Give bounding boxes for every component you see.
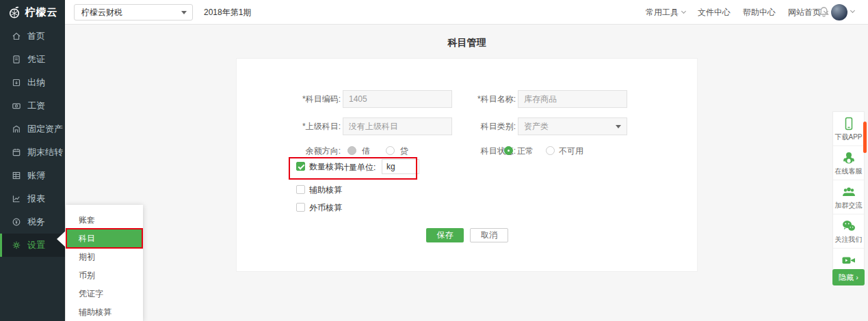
voucher-icon [12,55,21,64]
avatar-chevron-down-icon[interactable] [850,8,855,13]
menu-label: 常用工具 [646,7,679,18]
balance-direction-label: 余额方向: [264,146,341,156]
status-disabled-option[interactable]: 不可用 [559,146,583,156]
toolbar-item-label: 关注我们 [833,235,864,245]
sidebar-item-label: 税务 [27,216,45,228]
subject-code-input[interactable] [343,90,452,108]
ledger-icon [12,171,21,180]
product-select-value: 柠檬云财税 [81,8,122,17]
menu-common-tools[interactable]: 常用工具 [646,7,685,18]
unit-input[interactable] [382,159,419,174]
status-disabled-radio[interactable] [546,146,555,155]
submenu-item-account-set[interactable]: 账套 [66,211,143,229]
sidebar-item-settings[interactable]: 设置 [0,234,65,257]
user-avatar[interactable] [831,4,847,20]
main-content: 科目管理 *科目编码: *科目名称: *上级科目: 科目类别: 资产类 余额方向… [65,25,868,321]
direction-debit-radio[interactable] [347,146,356,155]
chevron-down-icon [181,11,187,14]
sidebar-item-label: 期末结转 [27,146,63,158]
subject-form-card: *科目编码: *科目名称: *上级科目: 科目类别: 资产类 余额方向: 借 贷… [236,58,698,272]
people-group-icon [841,185,856,199]
sidebar-item-fixed-assets[interactable]: 固定资产 [0,117,65,141]
fx-accounting-label: 外币核算 [309,203,342,213]
sidebar-item-label: 设置 [27,239,45,251]
sidebar-item-ledger[interactable]: 账簿 [0,164,65,187]
app-logo[interactable]: 柠檬云 [0,0,65,25]
video-camera-icon [841,253,856,267]
report-chart-icon [12,194,21,204]
accounting-period: 2018年第1期 [204,0,251,25]
cashier-icon [12,78,21,87]
salary-icon [12,101,21,111]
cancel-button[interactable]: 取消 [470,228,508,242]
status-normal-option[interactable]: 正常 [517,146,534,156]
chevron-down-icon [681,9,686,14]
sidebar-item-label: 出纳 [27,76,45,89]
toolbar-item-label: 加群交流 [833,201,864,210]
scrollbar-thumb[interactable] [863,122,867,153]
sidebar-item-home[interactable]: 首页 [0,25,65,48]
sidebar-item-salary[interactable]: 工资 [0,94,65,117]
gear-icon [12,240,21,250]
direction-debit-option[interactable]: 借 [362,146,370,156]
status-normal-radio[interactable] [504,146,513,155]
wechat-icon [841,219,856,233]
sidebar-item-label: 工资 [27,100,45,112]
sidebar-item-reports[interactable]: 报表 [0,187,65,210]
unit-label: 计量单位: [341,163,376,172]
save-button[interactable]: 保存 [426,228,464,242]
sidebar-item-voucher[interactable]: 凭证 [0,48,65,71]
settings-submenu: 账套 科目 期初 币别 凭证字 辅助核算 [66,205,143,321]
menu-file-center[interactable]: 文件中心 [698,7,731,18]
sidebar-item-period-end[interactable]: 期末结转 [0,141,65,164]
follow-us-item[interactable]: 关注我们 [833,214,864,249]
direction-credit-radio[interactable] [386,146,395,155]
submenu-item-opening-balance[interactable]: 期初 [66,248,143,266]
menu-label: 文件中心 [698,7,731,18]
sidebar-item-label: 首页 [27,30,45,42]
quantity-accounting-checkbox[interactable] [296,162,305,171]
chevron-down-icon [616,125,621,128]
sidebar-item-label: 凭证 [27,53,45,66]
aux-accounting-label: 辅助核算 [309,185,342,195]
parent-subject-label: *上级科目: [264,117,341,135]
toolbar-item-label: 在线客服 [833,167,864,176]
menu-label: 网站首页 [788,7,821,18]
top-nav-links: 常用工具 文件中心 帮助中心 网站首页 [646,0,828,25]
aux-accounting-checkbox[interactable] [296,185,305,194]
product-select[interactable]: 柠檬云财税 [74,4,193,20]
hide-toolbar-button[interactable]: 隐藏 › [832,269,865,285]
subject-category-select[interactable]: 资产类 [518,117,627,135]
submenu-item-aux-accounting[interactable]: 辅助核算 [66,303,143,321]
sidebar-item-tax[interactable]: 税务 [0,210,65,234]
parent-subject-input[interactable] [343,117,452,135]
top-bar: 柠檬云 柠檬云财税 2018年第1期 常用工具 文件中心 帮助中心 网站首页 [0,0,868,25]
calendar-icon [12,148,21,157]
submenu-item-voucher-word[interactable]: 凭证字 [66,285,143,303]
tax-icon [12,217,21,227]
submenu-item-subjects[interactable]: 科目 [66,229,143,248]
lemon-logo-icon [8,5,21,19]
sidebar-item-cashier[interactable]: 出纳 [0,71,65,94]
join-group-item[interactable]: 加群交流 [833,180,864,214]
right-float-toolbar: 下载APP 在线客服 加群交流 关注我们 实操直播 [832,111,865,283]
sidebar-item-label: 报表 [27,193,45,205]
submenu-item-currency[interactable]: 币别 [66,266,143,285]
online-service-item[interactable]: 在线客服 [833,146,864,180]
page-title: 科目管理 [236,37,698,49]
fixed-assets-icon [12,124,21,134]
fx-accounting-checkbox[interactable] [296,203,305,212]
subject-code-label: *科目编码: [264,90,341,108]
menu-help-center[interactable]: 帮助中心 [743,7,776,18]
direction-credit-option[interactable]: 贷 [400,146,408,156]
download-app-item[interactable]: 下载APP [833,112,864,146]
subject-name-input[interactable] [518,90,627,108]
subject-name-label: *科目名称: [456,90,516,108]
home-icon [12,31,21,41]
submenu-arrow [57,231,66,247]
subject-category-value: 资产类 [524,122,549,131]
toolbar-item-label: 下载APP [833,132,864,142]
sidebar-nav: 首页 凭证 出纳 工资 固定资产 期末结转 账簿 报表 [0,25,65,321]
notification-bell-icon[interactable] [818,6,830,18]
logo-text: 柠檬云 [25,6,58,19]
